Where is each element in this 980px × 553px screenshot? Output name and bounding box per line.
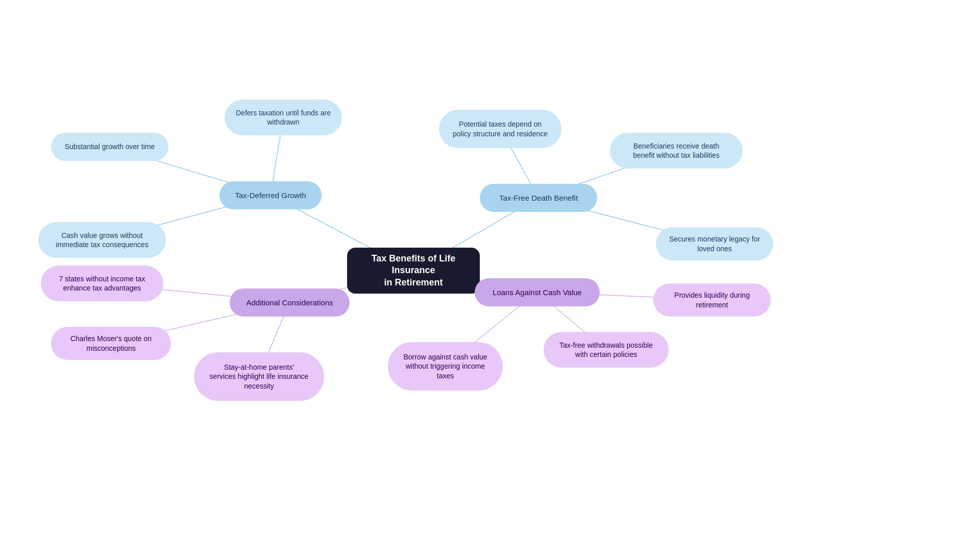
- charles-moser-label: Charles Moser's quote on misconceptions: [70, 334, 152, 352]
- beneficiaries-label: Beneficiaries receive death benefit with…: [633, 141, 720, 160]
- center-node: Tax Benefits of Life Insurance in Retire…: [347, 248, 480, 294]
- defers-taxation-node: Defers taxation until funds are withdraw…: [225, 100, 342, 135]
- defers-taxation-label: Defers taxation until funds are withdraw…: [236, 108, 331, 127]
- cash-value-grows-label: Cash value grows without immediate tax c…: [56, 231, 148, 249]
- secures-legacy-node: Secures monetary legacy for loved ones: [656, 227, 773, 260]
- additional-label: Additional Considerations: [246, 298, 333, 308]
- substantial-growth-node: Substantial growth over time: [51, 133, 168, 161]
- borrow-against-label: Borrow against cash value without trigge…: [403, 352, 487, 380]
- substantial-growth-label: Substantial growth over time: [65, 142, 155, 151]
- additional-node: Additional Considerations: [230, 288, 350, 317]
- secures-legacy-label: Secures monetary legacy for loved ones: [669, 234, 760, 253]
- potential-taxes-label: Potential taxes depend on policy structu…: [453, 119, 548, 138]
- loans-cash-label: Loans Against Cash Value: [493, 287, 582, 298]
- cash-value-grows-node: Cash value grows without immediate tax c…: [38, 222, 166, 258]
- potential-taxes-node: Potential taxes depend on policy structu…: [439, 110, 561, 148]
- tax-free-death-label: Tax-Free Death Benefit: [499, 193, 578, 203]
- charles-moser-node: Charles Moser's quote on misconceptions: [51, 327, 171, 360]
- provides-liquidity-label: Provides liquidity during retirement: [674, 291, 750, 309]
- tax-free-death-node: Tax-Free Death Benefit: [480, 184, 597, 212]
- stay-at-home-node: Stay-at-home parents' services highlight…: [194, 352, 324, 401]
- tax-deferred-label: Tax-Deferred Growth: [235, 190, 306, 201]
- stay-at-home-label: Stay-at-home parents' services highlight…: [210, 363, 309, 391]
- loans-cash-node: Loans Against Cash Value: [475, 278, 600, 306]
- seven-states-node: 7 states without income tax enhance tax …: [41, 266, 163, 301]
- seven-states-label: 7 states without income tax enhance tax …: [59, 274, 145, 293]
- tax-deferred-node: Tax-Deferred Growth: [219, 181, 322, 209]
- borrow-against-node: Borrow against cash value without trigge…: [388, 342, 503, 391]
- provides-liquidity-node: Provides liquidity during retirement: [653, 283, 771, 317]
- tax-free-withdrawals-node: Tax-free withdrawals possible with certa…: [544, 332, 669, 368]
- beneficiaries-node: Beneficiaries receive death benefit with…: [610, 133, 743, 169]
- tax-free-withdrawals-label: Tax-free withdrawals possible with certa…: [559, 341, 653, 359]
- center-label: Tax Benefits of Life Insurance in Retire…: [357, 253, 470, 288]
